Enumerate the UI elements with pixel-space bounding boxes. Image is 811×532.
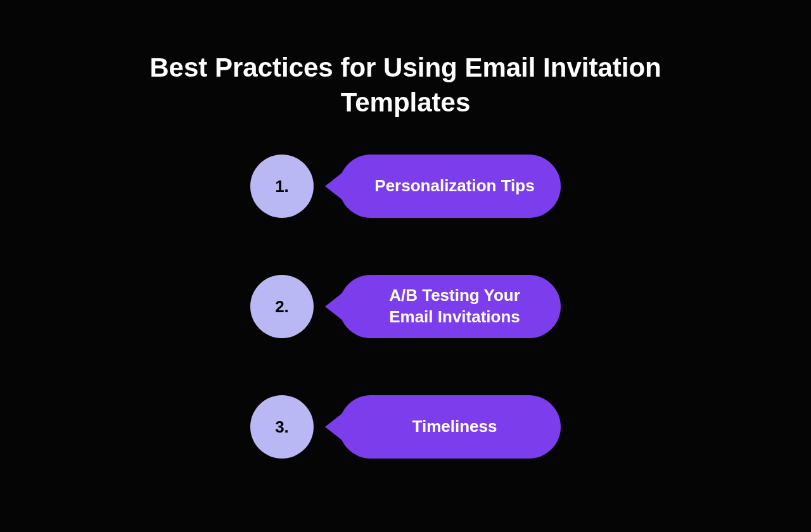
list-item: 1. Personalization Tips [250,155,561,218]
step-label: Personalization Tips [339,155,561,218]
page-title: Best Practices for Using Email Invitatio… [0,0,811,145]
list-item: 2. A/B Testing Your Email Invitations [250,275,561,338]
number-badge: 3. [250,395,314,459]
step-label: Timeliness [339,395,561,459]
number-badge: 1. [250,155,314,218]
number-badge: 2. [250,275,314,338]
list-item: 3. Timeliness [250,395,561,459]
step-label: A/B Testing Your Email Invitations [339,275,561,338]
steps-list: 1. Personalization Tips 2. A/B Testing Y… [0,145,811,459]
